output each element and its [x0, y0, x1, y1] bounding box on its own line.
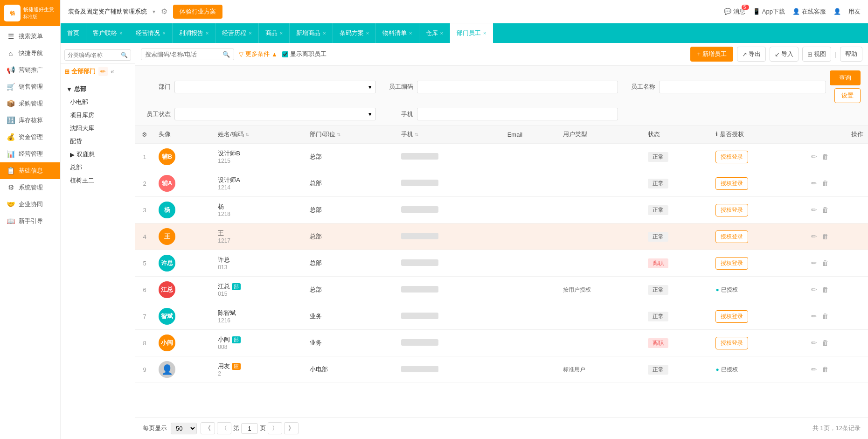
tab-biz-situation-close[interactable]: ×	[162, 30, 165, 36]
dept-node-general[interactable]: ▼ 总部	[62, 83, 133, 96]
dept-node-pei-huo[interactable]: 配货	[62, 135, 133, 148]
tab-customer[interactable]: 客户联络 ×	[86, 23, 129, 43]
edit-icon[interactable]: ✏	[811, 232, 817, 241]
dept-node-zongbu[interactable]: 总部	[62, 161, 133, 174]
edit-icon[interactable]: ✏	[811, 206, 817, 214]
query-button[interactable]: 查询	[830, 70, 861, 85]
export-button[interactable]: ↗ 导出	[737, 47, 766, 62]
phone-input[interactable]	[417, 108, 618, 120]
help-button[interactable]: 帮助	[840, 47, 862, 62]
current-page-input[interactable]	[241, 423, 258, 434]
tab-customer-close[interactable]: ×	[119, 30, 122, 36]
tab-profit[interactable]: 利润报告 ×	[173, 23, 215, 43]
import-button[interactable]: ↙ 导入	[770, 47, 799, 62]
col-phone[interactable]: 手机	[396, 125, 502, 144]
all-dept-label[interactable]: ⊞ 全部部门	[64, 67, 96, 76]
view-button[interactable]: ⊞ 视图	[802, 47, 831, 62]
dept-edit-icon[interactable]: ✏	[98, 67, 108, 76]
tab-add-goods-close[interactable]: ×	[323, 30, 326, 36]
per-page-select[interactable]: 50 100	[171, 423, 197, 434]
col-name-code[interactable]: 姓名/编码	[213, 125, 305, 144]
delete-icon[interactable]: 🗑	[822, 365, 829, 374]
sidebar-item-operation[interactable]: 📊 经营管理	[0, 146, 60, 162]
auth-login-button[interactable]: 授权登录	[715, 337, 748, 349]
auth-login-button[interactable]: 授权登录	[715, 151, 748, 163]
sidebar-item-search-menu[interactable]: ☰ 搜索菜单	[0, 28, 60, 45]
edit-icon[interactable]: ✏	[811, 153, 817, 161]
delete-icon[interactable]: 🗑	[822, 153, 829, 161]
app-download-btn[interactable]: 📱 App下载	[753, 7, 785, 16]
tab-dept-staff[interactable]: 部门员工 ×	[450, 23, 493, 43]
sidebar-item-inventory[interactable]: 🔢 库存核算	[0, 112, 60, 129]
tab-bom-close[interactable]: ×	[409, 30, 412, 36]
tab-goods-close[interactable]: ×	[280, 30, 283, 36]
sidebar-item-purchase[interactable]: 📦 采购管理	[0, 95, 60, 112]
sidebar-item-basic-info[interactable]: 📋 基础信息	[0, 162, 60, 179]
edit-icon[interactable]: ✏	[811, 312, 817, 321]
tab-biz-history-close[interactable]: ×	[249, 30, 251, 36]
set-button[interactable]: 设置	[834, 88, 861, 103]
sidebar-item-finance[interactable]: 💰 资金管理	[0, 129, 60, 146]
edit-icon[interactable]: ✏	[811, 179, 817, 188]
sidebar-item-guide[interactable]: 📖 新手引导	[0, 213, 60, 230]
search-input[interactable]	[145, 51, 220, 58]
next-page-btn[interactable]: 〉	[268, 422, 282, 434]
first-page-btn[interactable]: 《	[201, 422, 215, 434]
dept-node-xiao-dian[interactable]: 小电部	[62, 96, 133, 109]
tab-goods[interactable]: 商品 ×	[259, 23, 290, 43]
auth-login-button[interactable]: 授权登录	[715, 177, 748, 190]
col-dept[interactable]: 部门/职位	[305, 125, 396, 144]
dept-collapse-icon[interactable]: «	[111, 68, 114, 75]
tab-bom[interactable]: 物料清单 ×	[376, 23, 419, 43]
edit-icon[interactable]: ✏	[811, 365, 817, 374]
topbar-gear-icon[interactable]: ⚙	[161, 7, 167, 16]
emp-name-input[interactable]	[659, 81, 826, 93]
dept-node-shuanglu[interactable]: ▶ 双鹿想	[62, 148, 133, 161]
tab-profit-close[interactable]: ×	[206, 30, 208, 36]
auth-login-button[interactable]: 授权登录	[715, 310, 748, 323]
edit-icon[interactable]: ✏	[811, 339, 817, 347]
tab-barcode-close[interactable]: ×	[366, 30, 369, 36]
more-conditions-btn[interactable]: ▽ 更多条件 ▲	[239, 50, 278, 58]
online-service-btn[interactable]: 👤 在线客服	[792, 7, 826, 16]
trial-button[interactable]: 体验行业方案	[173, 5, 222, 19]
edit-icon[interactable]: ✏	[811, 259, 817, 267]
delete-icon[interactable]: 🗑	[822, 206, 829, 214]
tab-biz-situation[interactable]: 经营情况 ×	[129, 23, 172, 43]
tab-home[interactable]: 首页	[61, 23, 86, 43]
topbar-dropdown-arrow[interactable]: ▾	[153, 8, 155, 15]
emp-code-input[interactable]	[417, 81, 618, 93]
status-filter-select[interactable]: ▾	[174, 108, 376, 120]
dept-filter-select[interactable]: ▾	[174, 81, 376, 93]
col-setting-icon[interactable]: ⚙	[142, 131, 147, 138]
sidebar-item-marketing[interactable]: 📢 营销推广	[0, 62, 60, 78]
last-page-btn[interactable]: 》	[284, 422, 299, 434]
sidebar-item-enterprise[interactable]: 🤝 企业协同	[0, 196, 60, 213]
message-btn[interactable]: 💬 消息 5	[724, 7, 745, 16]
dept-node-project[interactable]: 项目库房	[62, 109, 133, 122]
tab-dept-staff-close[interactable]: ×	[483, 30, 486, 36]
tab-barcode[interactable]: 条码方案 ×	[333, 23, 376, 43]
delete-icon[interactable]: 🗑	[822, 286, 829, 294]
show-resign-checkbox[interactable]	[282, 51, 288, 57]
edit-icon[interactable]: ✏	[811, 286, 817, 294]
col-setting[interactable]: ⚙	[135, 125, 154, 144]
tab-warehouse-close[interactable]: ×	[440, 30, 443, 36]
sidebar-item-quick-nav[interactable]: ⌂ 快捷导航	[0, 45, 60, 62]
dept-node-shenyang[interactable]: 沈阳大库	[62, 122, 133, 135]
show-resign-label[interactable]: 显示离职员工	[282, 50, 326, 58]
delete-icon[interactable]: 🗑	[822, 339, 829, 347]
delete-icon[interactable]: 🗑	[822, 259, 829, 267]
delete-icon[interactable]: 🗑	[822, 312, 829, 321]
dept-node-planting[interactable]: 植树王二	[62, 174, 133, 187]
add-employee-button[interactable]: + 新增员工	[690, 47, 733, 62]
delete-icon[interactable]: 🗑	[822, 232, 829, 241]
auth-login-button[interactable]: 授权登录	[715, 204, 748, 216]
prev-page-btn[interactable]: 〈	[217, 422, 231, 434]
tab-biz-history[interactable]: 经营历程 ×	[215, 23, 258, 43]
auth-login-button[interactable]: 授权登录	[715, 230, 748, 243]
tab-warehouse[interactable]: 仓库 ×	[419, 23, 450, 43]
sidebar-item-system[interactable]: ⚙ 系统管理	[0, 179, 60, 196]
sidebar-item-sales[interactable]: 🛒 销售管理	[0, 78, 60, 95]
auth-login-button[interactable]: 授权登录	[715, 257, 748, 270]
